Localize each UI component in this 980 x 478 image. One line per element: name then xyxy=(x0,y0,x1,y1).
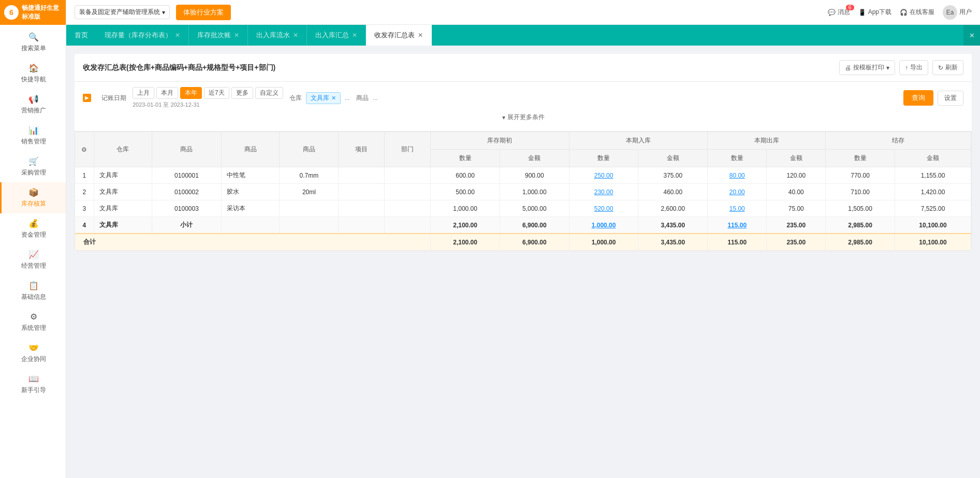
sidebar-item-operations-label: 经营管理 xyxy=(21,262,46,270)
subtotal-project xyxy=(339,217,385,234)
row3-ending-qty: 1,505.00 xyxy=(826,200,895,217)
refresh-button[interactable]: ↻ 刷新 xyxy=(932,60,963,75)
subtotal-label: 小计 xyxy=(152,217,222,234)
subtotal-opening-qty: 2,100.00 xyxy=(431,217,500,234)
collapse-button[interactable]: ▶ xyxy=(83,94,91,102)
total-out-qty: 115.00 xyxy=(708,234,767,251)
th-ending-amt: 金额 xyxy=(895,150,971,167)
tabbar: 首页 现存量（库存分布表） ✕ 库存批次账 ✕ 出入库流水 ✕ 出入库汇总 ✕ … xyxy=(66,25,980,46)
warehouse-label: 仓库 xyxy=(289,94,302,103)
app-download-button[interactable]: 📱 App下载 xyxy=(858,8,891,17)
tab-inventory-label: 现存量（库存分布表） xyxy=(105,31,172,40)
th-goods-name: 商品 xyxy=(221,132,280,167)
sidebar-item-marketing[interactable]: 📢 营销推广 xyxy=(0,89,66,120)
query-button[interactable]: 查询 xyxy=(903,90,933,106)
date-btn-custom[interactable]: 自定义 xyxy=(255,87,283,99)
row2-ending-amt: 1,420.00 xyxy=(895,184,971,200)
row1-project xyxy=(339,167,385,184)
th-ending-qty: 数量 xyxy=(826,150,895,167)
row2-warehouse: 文具库 xyxy=(94,184,152,200)
home-icon: 🏠 xyxy=(28,63,39,73)
message-button[interactable]: 💬 消息 6 xyxy=(828,8,850,17)
warehouse-tag-close[interactable]: ✕ xyxy=(331,95,336,102)
sidebar-item-inventory[interactable]: 📦 库存核算 xyxy=(0,182,66,213)
date-btn-last-month[interactable]: 上月 xyxy=(133,87,154,99)
search-icon: 🔍 xyxy=(28,32,39,42)
table-row: 3 文具库 0100003 采访本 1,000.00 5,000.00 520.… xyxy=(75,200,971,217)
th-goods-code: 商品 xyxy=(152,132,222,167)
th-settings[interactable]: ⚙ xyxy=(75,132,94,167)
total-label: 合计 xyxy=(75,234,431,251)
tab-summary[interactable]: 出入库汇总 ✕ xyxy=(307,25,366,46)
row2-out-qty[interactable]: 20.00 xyxy=(708,184,767,200)
expand-conditions-button[interactable]: ▾ 展开更多条件 xyxy=(502,113,545,122)
th-group-in: 本期入库 xyxy=(569,132,708,150)
tab-batch[interactable]: 库存批次账 ✕ xyxy=(189,25,248,46)
tab-home[interactable]: 首页 xyxy=(66,25,96,46)
date-btn-this-year[interactable]: 本年 xyxy=(180,87,202,99)
online-service-button[interactable]: 🎧 在线客服 xyxy=(900,8,934,17)
th-out-amt: 金额 xyxy=(767,150,826,167)
phone-icon: 📱 xyxy=(858,9,866,16)
total-out-amt: 235.00 xyxy=(767,234,826,251)
sidebar-item-guide-label: 新手引导 xyxy=(21,386,46,395)
tab-summary-close[interactable]: ✕ xyxy=(352,32,357,39)
print-button[interactable]: 🖨 按模板打印 ▾ xyxy=(839,60,895,75)
sidebar-item-search[interactable]: 🔍 搜索菜单 xyxy=(0,27,66,58)
total-opening-amt: 6,900.00 xyxy=(500,234,569,251)
topbar-right: 💬 消息 6 📱 App下载 🎧 在线客服 Ea 用户 xyxy=(828,5,972,20)
tab-inout-close[interactable]: ✕ xyxy=(293,32,298,39)
date-buttons: 上月 本月 本年 近7天 更多 自定义 xyxy=(133,87,283,99)
goods-filter: 商品 ... xyxy=(356,94,378,103)
sidebar-item-quicknav[interactable]: 🏠 快捷导航 xyxy=(0,58,66,89)
date-btn-7days[interactable]: 近7天 xyxy=(204,87,229,99)
date-btn-more[interactable]: 更多 xyxy=(231,87,253,99)
goods-more[interactable]: ... xyxy=(373,94,378,102)
sidebar-item-quicknav-label: 快捷导航 xyxy=(21,75,46,84)
message-icon: 💬 xyxy=(828,9,836,16)
tab-recv-send[interactable]: 收发存汇总表 ✕ xyxy=(366,25,432,46)
date-btn-this-month[interactable]: 本月 xyxy=(156,87,178,99)
topbar: 装备及固定资产辅助管理系统 ▾ 体验行业方案 💬 消息 6 📱 App下载 🎧 … xyxy=(66,0,980,25)
sidebar-item-purchase[interactable]: 🛒 采购管理 xyxy=(0,151,66,182)
system-selector[interactable]: 装备及固定资产辅助管理系统 ▾ xyxy=(75,5,170,19)
tab-inout-label: 出入库流水 xyxy=(256,31,290,40)
row2-opening-amt: 1,000.00 xyxy=(500,184,569,200)
sidebar-item-finance[interactable]: 💰 资金管理 xyxy=(0,213,66,244)
message-badge: 6 xyxy=(846,5,854,10)
close-all-tabs-button[interactable]: ✕ xyxy=(963,25,980,46)
chevron-down-icon: ▾ xyxy=(162,9,165,16)
subtotal-out-qty[interactable]: 115.00 xyxy=(708,217,767,234)
sidebar-item-system[interactable]: ⚙ 系统管理 xyxy=(0,307,66,338)
row1-in-qty[interactable]: 250.00 xyxy=(569,167,638,184)
row3-in-qty[interactable]: 520.00 xyxy=(569,200,638,217)
user-button[interactable]: Ea 用户 xyxy=(943,5,972,20)
row1-out-qty[interactable]: 80.00 xyxy=(708,167,767,184)
subtotal-goods-name xyxy=(221,217,280,234)
sidebar-item-corp[interactable]: 🤝 企业协同 xyxy=(0,338,66,369)
export-button[interactable]: ↑ 导出 xyxy=(899,60,928,75)
tab-inventory[interactable]: 现存量（库存分布表） ✕ xyxy=(96,25,189,46)
row3-out-qty[interactable]: 15.00 xyxy=(708,200,767,217)
tab-inout[interactable]: 出入库流水 ✕ xyxy=(248,25,307,46)
th-out-qty: 数量 xyxy=(708,150,767,167)
subtotal-department xyxy=(385,217,431,234)
sidebar-item-sales[interactable]: 📊 销售管理 xyxy=(0,120,66,151)
tab-batch-close[interactable]: ✕ xyxy=(234,32,239,39)
tab-inventory-close[interactable]: ✕ xyxy=(175,32,180,39)
settings-button[interactable]: 设置 xyxy=(938,91,963,106)
sidebar-item-guide[interactable]: 📖 新手引导 xyxy=(0,369,66,400)
tab-recv-send-close[interactable]: ✕ xyxy=(418,32,423,39)
warehouse-more[interactable]: ... xyxy=(345,94,350,102)
experience-button[interactable]: 体验行业方案 xyxy=(176,5,231,20)
export-label: 导出 xyxy=(910,63,923,72)
subtotal-in-qty[interactable]: 1,000.00 xyxy=(569,217,638,234)
total-in-qty: 1,000.00 xyxy=(569,234,638,251)
th-in-amt: 金额 xyxy=(638,150,708,167)
sidebar-item-operations[interactable]: 📈 经营管理 xyxy=(0,244,66,276)
sidebar-item-basic[interactable]: 📋 基础信息 xyxy=(0,276,66,307)
subtotal-row: 4 文具库 小计 2,100.00 6,900.00 1,000.00 3,43… xyxy=(75,217,971,234)
handshake-icon: 🤝 xyxy=(28,343,39,353)
sidebar-item-system-label: 系统管理 xyxy=(21,324,46,332)
row2-in-qty[interactable]: 230.00 xyxy=(569,184,638,200)
